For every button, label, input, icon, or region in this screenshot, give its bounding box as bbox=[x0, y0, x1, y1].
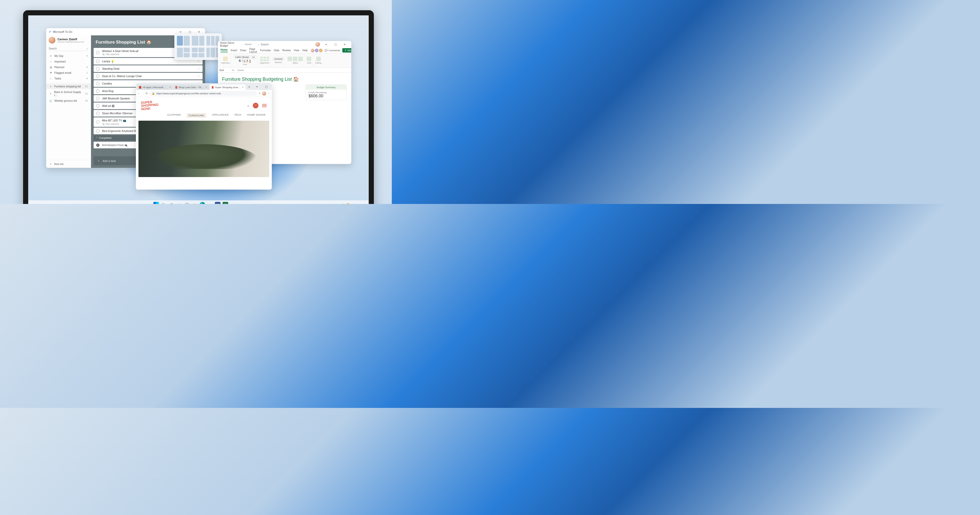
maximize-button[interactable]: ▢ bbox=[331, 41, 340, 48]
task-item[interactable]: Standing Desk☆ bbox=[94, 65, 202, 72]
snap-layout-option[interactable] bbox=[207, 36, 219, 46]
nav-link[interactable]: TECH bbox=[234, 113, 242, 117]
font-name-select[interactable]: Calibri (Body) bbox=[234, 55, 250, 59]
comments-button[interactable]: 💬Comments bbox=[325, 49, 340, 52]
url-input[interactable]: 🔒 https://www.supershoppingnow.com/the-w… bbox=[149, 91, 257, 96]
align-icon[interactable] bbox=[260, 59, 263, 61]
clock[interactable]: 9:00 AM bbox=[357, 203, 366, 204]
close-tab-icon[interactable]: × bbox=[169, 86, 171, 89]
star-icon[interactable]: ☆ bbox=[197, 59, 200, 63]
nav-link[interactable]: HOME GOODS bbox=[247, 113, 266, 117]
task-checkbox[interactable] bbox=[96, 97, 100, 100]
share-button[interactable]: ⇪Share bbox=[342, 48, 351, 52]
todo-icon[interactable]: ✔ bbox=[230, 202, 236, 204]
todo-search[interactable]: ⌕ bbox=[49, 46, 88, 51]
nav-link[interactable]: APPLIANCES bbox=[212, 113, 229, 117]
cell-reference[interactable]: D10 bbox=[218, 69, 231, 71]
start-button[interactable] bbox=[153, 202, 159, 204]
snap-layout-option[interactable] bbox=[192, 36, 205, 46]
edge-icon[interactable] bbox=[199, 202, 205, 204]
bold-button[interactable]: B bbox=[239, 59, 241, 63]
site-logo[interactable]: SUPER SHOPPING NOW! bbox=[141, 100, 159, 111]
editing-icon[interactable] bbox=[316, 57, 321, 61]
task-checkbox[interactable] bbox=[96, 89, 100, 93]
font-size-select[interactable]: 11 bbox=[251, 55, 256, 59]
nav-link[interactable]: CLOTHING bbox=[167, 113, 181, 117]
search-icon[interactable]: ⌕ bbox=[247, 104, 249, 107]
wishlist-button[interactable]: ♡ bbox=[253, 103, 258, 108]
task-item[interactable]: Dean & Co. Walnut Lounge Chair☆ bbox=[94, 73, 202, 79]
sidebar-item[interactable]: ≡Furniture shopping list11 bbox=[46, 84, 91, 89]
menu-button[interactable] bbox=[262, 104, 267, 107]
collections-icon[interactable]: ✧ bbox=[258, 92, 261, 95]
ribbon-tab[interactable]: Insert bbox=[231, 49, 237, 52]
star-icon[interactable]: ☆ bbox=[197, 74, 200, 78]
ribbon-tab[interactable]: Data bbox=[274, 49, 279, 52]
font-color-button[interactable]: A bbox=[249, 59, 251, 63]
maximize-button[interactable]: ▢ bbox=[261, 84, 271, 90]
align-icon[interactable] bbox=[266, 59, 269, 61]
excel-search[interactable]: ⌕ bbox=[258, 43, 293, 46]
align-icon[interactable] bbox=[260, 57, 263, 59]
task-checkbox[interactable] bbox=[96, 82, 100, 85]
chevron-up-icon[interactable]: ˄ bbox=[342, 203, 344, 204]
presence-avatar[interactable] bbox=[315, 49, 318, 52]
new-tab-button[interactable]: + bbox=[246, 84, 252, 90]
ribbon-tab[interactable]: Draw bbox=[240, 49, 246, 52]
close-tab-icon[interactable]: × bbox=[206, 86, 207, 89]
explorer-icon[interactable]: 📁 bbox=[192, 202, 197, 204]
paste-icon[interactable] bbox=[223, 57, 228, 61]
number-format-select[interactable]: General bbox=[273, 57, 283, 61]
align-icon[interactable] bbox=[266, 57, 269, 59]
task-checkbox[interactable] bbox=[96, 120, 100, 124]
snap-layout-option[interactable] bbox=[177, 36, 190, 46]
presence-avatar[interactable] bbox=[319, 49, 323, 52]
search-icon[interactable]: 🔍 bbox=[161, 202, 167, 204]
sidebar-item[interactable]: 🛒Weekly grocery list14 bbox=[46, 98, 91, 103]
sidebar-item[interactable]: ▤Planned2 bbox=[46, 64, 91, 70]
star-icon[interactable]: ☆ bbox=[197, 67, 200, 70]
task-checkbox[interactable] bbox=[96, 74, 100, 78]
new-list-button[interactable]: ＋ New list bbox=[46, 160, 91, 168]
wifi-icon[interactable]: 📶 bbox=[347, 203, 349, 204]
task-checkbox[interactable] bbox=[96, 144, 100, 147]
italic-button[interactable]: I bbox=[242, 59, 243, 63]
word-icon[interactable]: W bbox=[215, 202, 221, 204]
refresh-button[interactable]: ⟳ bbox=[146, 92, 148, 95]
ribbon-tab[interactable]: Home bbox=[221, 48, 228, 52]
browser-tab[interactable]: Super Shopping Now | The W…× bbox=[210, 84, 246, 90]
format-table-icon[interactable] bbox=[293, 57, 298, 61]
sidebar-item[interactable]: ☆Important bbox=[46, 59, 91, 64]
close-tab-icon[interactable]: × bbox=[242, 86, 243, 89]
task-checkbox[interactable] bbox=[96, 67, 100, 70]
formula-input[interactable]: Home bbox=[235, 69, 245, 71]
snap-layout-option[interactable] bbox=[177, 48, 190, 57]
nav-link[interactable]: FURNITURE bbox=[187, 113, 206, 117]
snap-layout-option[interactable] bbox=[192, 48, 205, 57]
task-checkbox[interactable] bbox=[96, 104, 100, 108]
sidebar-item[interactable]: ☀My Day4 bbox=[46, 53, 91, 59]
minimize-button[interactable]: ━ bbox=[252, 84, 261, 90]
sidebar-item[interactable]: ≡Back to School Supply L…11 bbox=[46, 89, 91, 98]
task-checkbox[interactable] bbox=[96, 51, 100, 54]
task-checkbox[interactable] bbox=[96, 60, 100, 63]
browser-tab[interactable]: All apps | Microsoft Office× bbox=[137, 84, 173, 90]
excel-icon[interactable]: X bbox=[223, 202, 228, 204]
task-checkbox[interactable] bbox=[96, 129, 100, 133]
forward-button[interactable]: → bbox=[142, 92, 144, 95]
volume-icon[interactable]: 🔊 bbox=[352, 203, 355, 204]
ribbon-tab[interactable]: Page Layout bbox=[249, 48, 257, 53]
sidebar-item[interactable]: ⚑Flagged email1 bbox=[46, 70, 91, 76]
close-button[interactable]: ✕ bbox=[271, 84, 272, 90]
close-button[interactable]: ✕ bbox=[340, 41, 349, 48]
fill-color-button[interactable]: A bbox=[247, 59, 248, 63]
store-icon[interactable]: 🛍 bbox=[238, 202, 243, 204]
menu-icon[interactable]: ⋯ bbox=[268, 92, 270, 95]
align-icon[interactable] bbox=[263, 57, 266, 59]
conditional-format-icon[interactable] bbox=[288, 57, 292, 61]
ribbon-tab[interactable]: Formulas bbox=[260, 49, 271, 52]
ribbon-tab[interactable]: Review bbox=[282, 49, 291, 52]
back-button[interactable]: ← bbox=[137, 92, 140, 95]
chat-icon[interactable]: 💬 bbox=[184, 202, 190, 204]
browser-tab[interactable]: Shop Love Give – The Prospect…× bbox=[173, 84, 209, 90]
